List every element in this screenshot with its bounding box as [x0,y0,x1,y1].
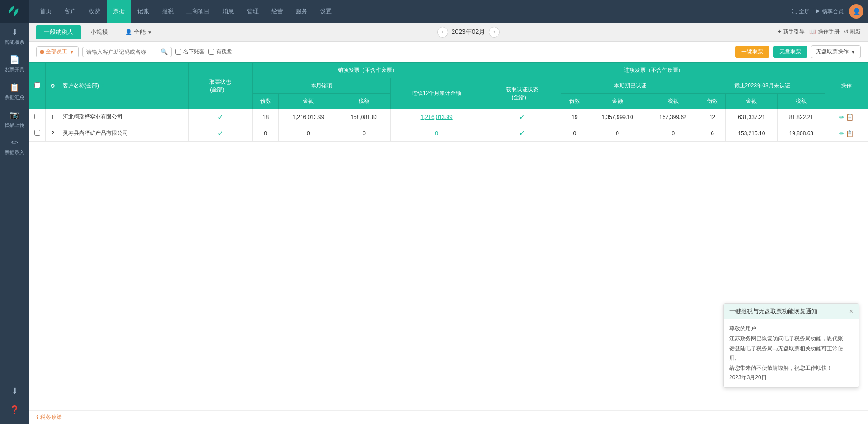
row2-actions: ✏ 📋 [825,125,868,142]
tab-all-dropdown-icon[interactable]: ▼ [147,30,152,35]
top-nav: 首页 客户 收费 票据 记账 报税 工商项目 消息 管理 经营 服务 设置 ⛶ … [29,0,868,23]
row1-select-checkbox[interactable] [34,114,40,119]
tab-date: 2023年02月 [452,28,486,36]
nav-business[interactable]: 工商项目 [180,0,216,23]
next-month-btn[interactable]: › [489,27,500,38]
th-monthly-tax: 税额 [338,94,390,109]
smart-fetch-icon: ⬇ [11,27,18,37]
row1-cert-check-icon: ✓ [519,113,525,121]
table-row: 2 灵寿县尚泽矿产品有限公司 ✓ 0 0 0 0 ✓ 0 0 0 6 153,2… [29,125,868,142]
help-icon: ❓ [9,405,19,415]
th-checkbox [29,63,46,109]
sidebar-item-download[interactable]: ⬇ [0,381,29,400]
checkbox-has-taxpad[interactable]: 有税盘 [208,48,232,56]
named-account-checkbox[interactable] [175,49,181,55]
customer-filter-icon[interactable]: ▼ [100,83,105,88]
cert-status-filter-icon[interactable]: ▼ [528,95,533,100]
sidebar-item-smart-fetch[interactable]: ⬇ 智能取票 [0,23,29,50]
member-btn[interactable]: ▶ 畅享会员 [815,8,844,15]
tab-general-label: 一般纳税人 [44,28,73,36]
row1-cumulative: 1,216,013.99 [390,109,483,125]
select-all-checkbox[interactable] [34,82,40,88]
nav-invoice[interactable]: 票据 [107,0,131,23]
new-guide-btn[interactable]: ✦ 新手引导 [777,28,805,36]
ops-dropdown-icon: ▼ [850,49,856,55]
fetch-status-filter-icon[interactable]: ▼ [226,87,231,92]
nav-message[interactable]: 消息 [216,0,241,23]
row2-select-checkbox[interactable] [34,130,40,136]
no-disk-fetch-btn[interactable]: 无盘取票 [773,46,807,58]
tab-all[interactable]: 👤 全能 ▼ [118,25,160,39]
issue-invoice-icon: 📄 [9,55,19,65]
prev-month-btn[interactable]: ‹ [437,27,448,38]
th-period-cert-shares: 份数 [561,94,588,109]
tab-small[interactable]: 小规模 [83,25,116,39]
main-table: ⚙ 客户名称(全部) ▼ 取票状态(全部) ▼ 销项发票（不含作废票） 进项发票… [29,62,868,142]
sidebar-item-label-smart-fetch: 智能取票 [5,39,24,46]
nav-management[interactable]: 管理 [241,0,265,23]
search-input[interactable] [86,49,159,55]
row2-detail-btn[interactable]: 📋 [846,130,854,137]
tax-policy-icon: ℹ [36,414,38,421]
sidebar-item-label-invoice-summary: 票据汇总 [5,94,24,101]
row1-edit-btn[interactable]: ✏ [839,114,844,121]
nav-settings[interactable]: 设置 [314,0,338,23]
row2-cumulative-link[interactable]: 0 [435,130,438,137]
row1-detail-btn[interactable]: 📋 [846,114,854,121]
download-icon: ⬇ [11,386,18,396]
nav-home[interactable]: 首页 [33,0,58,23]
row1-period-cert-shares: 19 [561,109,588,125]
tab-general[interactable]: 一般纳税人 [36,25,81,39]
row2-uncert-shares: 6 [699,125,725,142]
nav-operation[interactable]: 经营 [265,0,289,23]
settings-icon[interactable]: ⚙ [50,83,55,89]
sidebar-item-scan-upload[interactable]: 📷 扫描上传 [0,105,29,133]
refresh-btn[interactable]: ↺ 刷新 [844,28,861,36]
notification-text: 尊敬的用户：江苏政务网已恢复访问电子税务局功能，恩代账一键登陆电子税务局与无盘取… [729,325,849,381]
row2-period-cert-tax: 0 [647,125,699,142]
row2-uncert-amount: 153,215.10 [726,125,778,142]
row1-period-cert-amount: 1,357,999.10 [588,109,647,125]
nav-accounting[interactable]: 记账 [131,0,156,23]
row2-period-cert-amount: 0 [588,125,647,142]
sidebar-item-help[interactable]: ❓ [0,400,29,419]
avatar[interactable]: 👤 [849,4,863,19]
row2-uncert-tax: 19,808.63 [778,125,825,142]
nav-tax[interactable]: 报税 [156,0,180,23]
sidebar-item-issue-invoice[interactable]: 📄 发票开具 [0,50,29,78]
th-uncert: 截止2023年03月未认证 [699,78,825,94]
row2-no: 2 [46,125,60,142]
row1-fetch-status: ✓ [188,109,252,125]
search-icon[interactable]: 🔍 [160,48,168,55]
row1-customer: 河北柯瑞桦实业有限公司 [60,109,189,125]
row2-edit-btn[interactable]: ✏ [839,130,844,137]
employee-select[interactable]: 全部员工 ▼ [36,46,79,57]
no-disk-ops-btn[interactable]: 无盘取票操作 ▼ [811,45,861,58]
row2-cumulative: 0 [390,125,483,142]
toolbar: 全部员工 ▼ 🔍 名下账套 有税盘 一键取票 无盘取票 无盘取票操作 ▼ [29,42,868,62]
th-period-cert-amount: 金额 [588,94,647,109]
has-taxpad-checkbox[interactable] [208,49,214,55]
fullscreen-btn[interactable]: ⛶ 全屏 [792,8,809,15]
th-uncert-tax: 税额 [778,94,825,109]
row1-cumulative-link[interactable]: 1,216,013.99 [421,114,453,120]
nav-billing[interactable]: 收费 [82,0,107,23]
row1-monthly-tax: 158,081.83 [338,109,390,125]
manual-btn[interactable]: 📖 操作手册 [809,28,839,36]
tax-policy-link[interactable]: ℹ 税务政策 [36,414,62,421]
nav-customer[interactable]: 客户 [58,0,82,23]
notification-header: 一键报税与无盘取票功能恢复通知 × [724,304,859,319]
row1-actions: ✏ 📋 [825,109,868,125]
checkbox-named-account[interactable]: 名下账套 [175,48,205,56]
row1-uncert-tax: 81,822.21 [778,109,825,125]
sidebar-item-data-entry[interactable]: ✏ 票据录入 [0,133,29,161]
row2-customer: 灵寿县尚泽矿产品有限公司 [60,125,189,142]
row1-period-cert-tax: 157,399.62 [647,109,699,125]
sidebar-item-invoice-summary[interactable]: 📋 票据汇总 [0,78,29,105]
sidebar-item-label-issue-invoice: 发票开具 [5,67,24,73]
one-click-fetch-btn[interactable]: 一键取票 [735,46,769,58]
th-period-cert-tax: 税额 [647,94,699,109]
nav-service[interactable]: 服务 [289,0,314,23]
notification-close-btn[interactable]: × [849,308,853,315]
th-uncert-shares: 份数 [699,94,725,109]
